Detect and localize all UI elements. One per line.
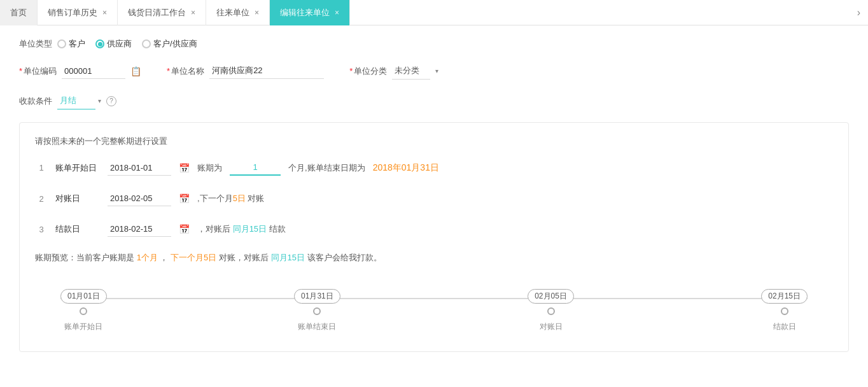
tab-bar: 首页 销售订单历史 × 钱货日清工作台 × 往来单位 × 编辑往来单位 × › xyxy=(0,0,868,25)
billing-start-date-input[interactable] xyxy=(108,160,171,176)
preview-p3: 同月15日 xyxy=(271,253,305,262)
timeline-dot-0 xyxy=(80,307,87,315)
row-num-2: 2 xyxy=(35,194,48,204)
close-partner[interactable]: × xyxy=(255,8,259,17)
payment-terms-select-group: 月结 ▾ xyxy=(57,92,101,109)
timeline-point-1: 01月31日 账单结束日 xyxy=(294,289,340,332)
timeline-label-1: 账单结束日 xyxy=(298,321,336,332)
radio-both[interactable]: 客户/供应商 xyxy=(142,38,197,50)
unit-type-label: 单位类型 xyxy=(19,38,52,50)
unit-type-row: 单位类型 客户 供应商 客户/供应商 xyxy=(19,38,849,50)
timeline-dot-3 xyxy=(781,307,788,315)
timeline-dot-2 xyxy=(547,307,555,315)
unit-code-label: *单位编码 xyxy=(19,66,57,77)
payment-terms-label: 收款条件 xyxy=(19,95,52,107)
field-label-1: 账单开始日 xyxy=(55,162,100,174)
preview-text: 账期预览：当前客户账期是 1个月 ， 下一个月5日 对账，对账后 同月15日 该… xyxy=(35,252,833,264)
payment-terms-row: 收款条件 月结 ▾ ? xyxy=(19,92,849,109)
payment-desc: ，对账后 同月15日 结款 xyxy=(197,223,286,235)
tab-more-button[interactable]: › xyxy=(850,0,868,25)
tab-partner[interactable]: 往来单位 × xyxy=(206,0,270,25)
radio-supplier[interactable]: 供应商 xyxy=(95,38,132,50)
timeline-point-2: 02月05日 对账日 xyxy=(528,289,574,332)
tab-edit-partner[interactable]: 编辑往来单位 × xyxy=(270,0,350,25)
unit-name-input[interactable] xyxy=(209,64,324,79)
payment-terms-chevron[interactable]: ▾ xyxy=(98,97,101,104)
payment-cal-icon[interactable]: 📅 xyxy=(179,224,190,234)
main-content: 单位类型 客户 供应商 客户/供应商 xyxy=(0,25,868,387)
timeline-dot-1 xyxy=(313,307,321,315)
unit-name-label: *单位名称 xyxy=(167,66,204,77)
payment-terms-group: 收款条件 月结 ▾ ? xyxy=(19,92,116,109)
unit-code-star: * xyxy=(19,66,22,76)
timeline-label-0: 账单开始日 xyxy=(64,321,102,332)
unit-code-input[interactable] xyxy=(62,64,125,79)
reconcile-day-highlight: 5日 xyxy=(233,194,246,203)
timeline-point-0: 01月01日 账单开始日 xyxy=(60,289,107,332)
unit-type-group: 单位类型 客户 供应商 客户/供应商 xyxy=(19,38,197,50)
reconcile-row: 2 对账日 📅 ,下一个月5日 对账 xyxy=(35,191,833,206)
unit-category-star: * xyxy=(349,66,353,76)
radio-circle-customer xyxy=(57,39,66,48)
timeline-badge-1: 01月31日 xyxy=(294,289,340,304)
close-edit-partner[interactable]: × xyxy=(335,8,339,17)
radio-circle-both xyxy=(142,39,151,48)
timeline-point-3: 02月15日 结款日 xyxy=(761,289,808,332)
tab-cash-clear[interactable]: 钱货日清工作台 × xyxy=(118,0,206,25)
billing-end-date-highlight: 2018年01月31日 xyxy=(373,162,439,174)
field-label-3: 结款日 xyxy=(55,223,100,235)
reconcile-date-input[interactable] xyxy=(108,191,171,206)
billing-period-prefix: 账期为 xyxy=(197,162,222,174)
radio-group: 客户 供应商 客户/供应商 xyxy=(57,38,197,50)
payment-terms-help[interactable]: ? xyxy=(106,96,116,106)
unit-name-group: *单位名称 xyxy=(167,64,324,79)
unit-category-label: *单位分类 xyxy=(349,66,387,77)
unit-info-row: *单位编码 📋 *单位名称 *单位分类 未分类 ▾ xyxy=(19,62,849,80)
unit-code-group: *单位编码 📋 xyxy=(19,64,141,79)
timeline-badge-0: 01月01日 xyxy=(60,289,107,304)
billing-period-suffix: 个月,账单结束日期为 xyxy=(288,162,365,174)
unit-name-star: * xyxy=(167,66,170,76)
payment-terms-select[interactable]: 月结 xyxy=(57,92,95,109)
tab-sales-order[interactable]: 销售订单历史 × xyxy=(38,0,118,25)
field-label-2: 对账日 xyxy=(55,193,100,204)
close-sales-order[interactable]: × xyxy=(102,8,107,17)
timeline: 01月01日 账单开始日 01月31日 账单结束日 02月05日 对账日 02月… xyxy=(35,276,833,339)
row-num-3: 3 xyxy=(35,225,48,234)
billing-start-row: 1 账单开始日 📅 账期为 个月,账单结束日期为 2018年01月31日 xyxy=(35,160,833,176)
timeline-badge-3: 02月15日 xyxy=(761,289,808,304)
timeline-label-2: 对账日 xyxy=(540,321,563,332)
timeline-points: 01月01日 账单开始日 01月31日 账单结束日 02月05日 对账日 02月… xyxy=(60,289,808,332)
row-num-1: 1 xyxy=(35,163,48,172)
period-settings-section: 请按照未来的一个完整帐期进行设置 1 账单开始日 📅 账期为 个月,账单结束日期… xyxy=(19,122,849,352)
unit-category-select[interactable]: 未分类 xyxy=(392,62,430,80)
radio-circle-supplier xyxy=(95,39,104,48)
radio-customer[interactable]: 客户 xyxy=(57,38,85,50)
unit-category-group: *单位分类 未分类 ▾ xyxy=(349,62,438,80)
payment-day-highlight: 同月15日 xyxy=(233,224,267,234)
section-title: 请按照未来的一个完整帐期进行设置 xyxy=(35,136,833,147)
radio-dot-supplier xyxy=(98,42,102,46)
unit-code-copy-icon[interactable]: 📋 xyxy=(130,66,141,76)
unit-category-chevron[interactable]: ▾ xyxy=(435,67,438,74)
close-cash-clear[interactable]: × xyxy=(191,8,195,17)
payment-row: 3 结款日 📅 ，对账后 同月15日 结款 xyxy=(35,222,833,237)
reconcile-cal-icon[interactable]: 📅 xyxy=(179,194,190,204)
preview-p2: 下一个月5日 xyxy=(171,253,216,262)
reconcile-desc: ,下一个月5日 对账 xyxy=(197,193,264,204)
payment-date-input[interactable] xyxy=(108,222,171,237)
preview-p1: 1个月 xyxy=(137,253,158,262)
billing-period-input[interactable] xyxy=(230,160,281,176)
timeline-label-3: 结款日 xyxy=(773,321,796,332)
timeline-badge-2: 02月05日 xyxy=(528,289,574,304)
tab-home[interactable]: 首页 xyxy=(0,0,38,25)
billing-start-cal-icon[interactable]: 📅 xyxy=(179,163,190,173)
